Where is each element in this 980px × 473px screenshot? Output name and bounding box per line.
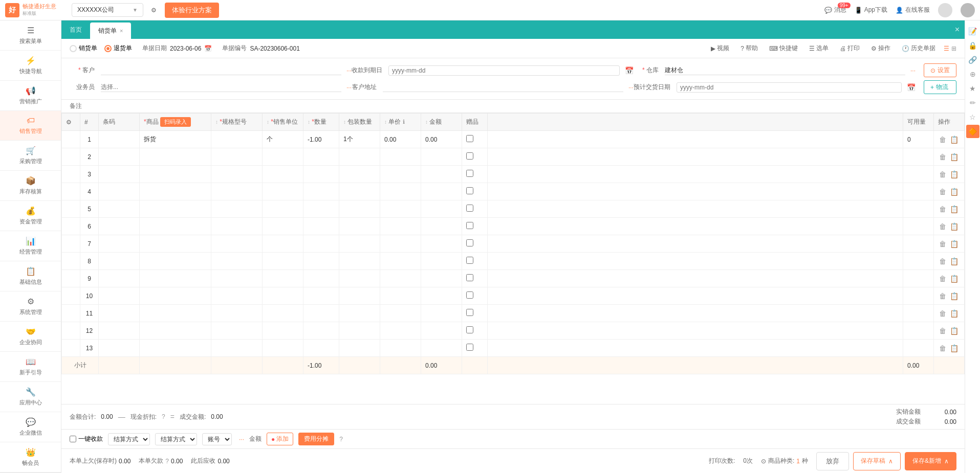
sidebar-item-search[interactable]: ☰ 搜索菜单	[0, 20, 61, 51]
copy-row-btn[interactable]: 📋	[950, 257, 959, 265]
row-spec-cell[interactable]	[211, 270, 263, 287]
row-product-cell[interactable]	[140, 183, 211, 200]
row-barcode-cell[interactable]	[99, 183, 140, 200]
pay-method-select[interactable]: 结算方式	[108, 433, 150, 445]
gift-checkbox[interactable]	[466, 222, 473, 229]
row-qty-cell[interactable]	[303, 200, 339, 218]
row-packqty-cell[interactable]	[339, 322, 380, 340]
row-spec-cell[interactable]	[211, 200, 263, 218]
tab-home[interactable]: 首页	[61, 20, 90, 39]
row-qty-cell[interactable]	[303, 183, 339, 200]
expected-date-input[interactable]	[677, 82, 902, 93]
row-packqty-cell[interactable]	[339, 235, 380, 253]
delete-row-btn[interactable]: 🗑	[939, 275, 946, 283]
row-barcode-cell[interactable]	[99, 253, 140, 270]
receivable-date-input[interactable]	[388, 65, 620, 76]
right-panel-link-icon[interactable]: 🔗	[966, 53, 979, 66]
copy-row-btn[interactable]: 📋	[950, 344, 959, 352]
row-price-cell[interactable]	[380, 200, 421, 218]
sidebar-item-system[interactable]: ⚙ 系统管理	[0, 291, 61, 322]
row-spec-cell[interactable]	[211, 322, 263, 340]
messages-button[interactable]: 💬 消息 99+	[824, 6, 846, 14]
doc-date-calendar-icon[interactable]: 📅	[204, 45, 212, 52]
row-price-cell[interactable]	[380, 322, 421, 340]
delete-row-btn[interactable]: 🗑	[939, 257, 946, 265]
row-amount-cell[interactable]	[421, 218, 462, 235]
row-product-cell[interactable]	[140, 287, 211, 305]
row-barcode-cell[interactable]	[99, 166, 140, 183]
layout-list-icon[interactable]: ☰	[944, 45, 949, 52]
row-packqty-cell[interactable]	[339, 305, 380, 322]
gift-checkbox[interactable]	[466, 257, 473, 264]
row-barcode-cell[interactable]	[99, 305, 140, 322]
row-product-cell[interactable]	[140, 253, 211, 270]
row-qty-cell[interactable]	[303, 340, 339, 357]
gift-checkbox[interactable]	[466, 152, 473, 160]
row-product-cell[interactable]	[140, 322, 211, 340]
row-qty-cell[interactable]: -1.00	[303, 131, 339, 148]
row-amount-cell[interactable]	[421, 183, 462, 200]
row-spec-cell[interactable]	[211, 166, 263, 183]
row-amount-cell[interactable]	[421, 166, 462, 183]
row-amount-cell[interactable]	[421, 287, 462, 305]
price-info-icon[interactable]: ℹ	[403, 119, 405, 125]
row-amount-cell[interactable]	[421, 253, 462, 270]
delete-row-btn[interactable]: 🗑	[939, 188, 946, 196]
copy-row-btn[interactable]: 📋	[950, 153, 959, 161]
copy-row-btn[interactable]: 📋	[950, 327, 959, 335]
row-gift-cell[interactable]	[462, 305, 488, 322]
copy-row-btn[interactable]: 📋	[950, 136, 959, 144]
gift-checkbox[interactable]	[466, 326, 473, 333]
row-packqty-cell[interactable]	[339, 166, 380, 183]
copy-row-btn[interactable]: 📋	[950, 222, 959, 231]
sidebar-item-enterprise[interactable]: 🤝 企业协同	[0, 322, 61, 352]
row-gift-cell[interactable]	[462, 340, 488, 357]
sidebar-item-inventory[interactable]: 📦 库存核算	[0, 171, 61, 201]
copy-row-btn[interactable]: 📋	[950, 275, 959, 283]
spec-sort-icon[interactable]: ↕	[215, 119, 218, 125]
row-gift-cell[interactable]	[462, 235, 488, 253]
sidebar-item-wechat[interactable]: 💬 企业微信	[0, 412, 61, 442]
row-amount-cell[interactable]	[421, 305, 462, 322]
receivable-date-calendar-icon[interactable]: 📅	[625, 66, 634, 75]
copy-row-btn[interactable]: 📋	[950, 292, 959, 300]
logistics-button[interactable]: + 物流	[924, 80, 956, 94]
print-btn[interactable]: 🖨 打印	[837, 43, 863, 54]
row-amount-cell[interactable]	[421, 340, 462, 357]
total-owe-info-icon[interactable]: ?	[165, 458, 169, 465]
price-sort-icon[interactable]: ↕	[384, 119, 387, 125]
gift-checkbox[interactable]	[466, 187, 473, 194]
quick-pay-checkbox[interactable]	[70, 436, 76, 442]
row-qty-cell[interactable]	[303, 253, 339, 270]
th-settings[interactable]: ⚙	[62, 114, 80, 131]
delete-row-btn[interactable]: 🗑	[939, 205, 946, 213]
row-price-cell[interactable]	[380, 253, 421, 270]
row-gift-cell[interactable]	[462, 148, 488, 166]
warehouse-more-icon[interactable]: ···	[910, 67, 916, 74]
history-btn[interactable]: 🕐 历史单据	[899, 43, 939, 54]
operate-btn[interactable]: ⚙ 操作	[868, 43, 894, 54]
company-settings-icon[interactable]: ⚙	[146, 3, 161, 17]
customer-more-icon[interactable]: ···	[346, 67, 352, 74]
row-packqty-cell[interactable]	[339, 270, 380, 287]
row-packqty-cell[interactable]	[339, 340, 380, 357]
gift-checkbox[interactable]	[466, 170, 473, 177]
copy-row-btn[interactable]: 📋	[950, 170, 959, 178]
row-gift-cell[interactable]	[462, 287, 488, 305]
row-gift-cell[interactable]	[462, 218, 488, 235]
tab-close-icon[interactable]: ×	[120, 28, 123, 34]
row-spec-cell[interactable]	[211, 305, 263, 322]
row-spec-cell[interactable]	[211, 183, 263, 200]
amount-sort-icon[interactable]: ↕	[425, 119, 428, 125]
app-download-button[interactable]: 📱 App下载	[855, 6, 887, 14]
user-avatar-2[interactable]	[961, 3, 975, 17]
radio-return-order[interactable]: 退货单	[104, 44, 132, 53]
row-product-cell[interactable]	[140, 218, 211, 235]
right-panel-bookmark-icon[interactable]: ☆	[966, 110, 979, 124]
sidebar-item-purchase[interactable]: 🛒 采购管理	[0, 141, 61, 171]
abandon-button[interactable]: 放弃	[816, 452, 849, 470]
settings-button[interactable]: ⊙ 设置	[924, 63, 956, 77]
delete-row-btn[interactable]: 🗑	[939, 292, 946, 300]
right-panel-edit-icon[interactable]: ✏	[966, 96, 979, 109]
row-amount-cell[interactable]: 0.00	[421, 131, 462, 148]
